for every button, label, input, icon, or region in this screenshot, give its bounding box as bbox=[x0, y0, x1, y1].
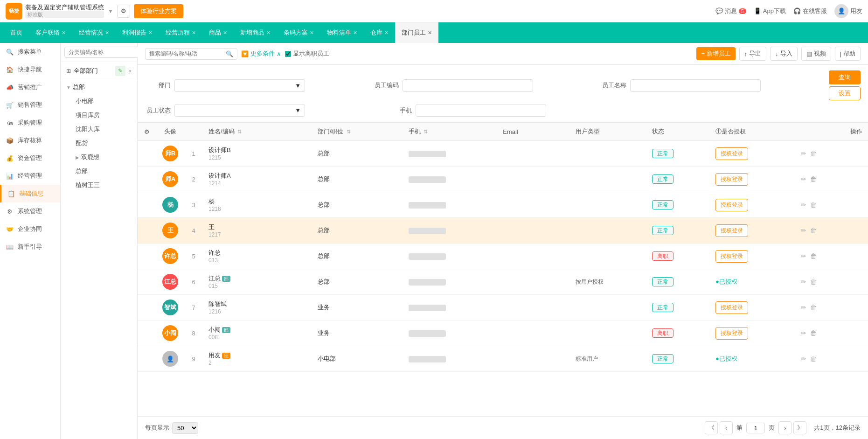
auth-login-btn[interactable]: 授权登录 bbox=[715, 173, 748, 186]
nav-close-icon[interactable]: ✕ bbox=[310, 30, 314, 36]
more-filter-btn[interactable]: 🔽 更多条件 ∧ bbox=[241, 49, 281, 58]
auth-login-btn[interactable]: 授权登录 bbox=[715, 301, 748, 314]
col-phone-header[interactable]: 手机 ⇅ bbox=[403, 123, 498, 141]
col-settings[interactable]: ⚙ bbox=[138, 123, 156, 141]
emp-code-input[interactable] bbox=[403, 79, 533, 92]
nav-warehouse[interactable]: 仓库 ✕ bbox=[364, 22, 395, 43]
nav-customer[interactable]: 客户联络 ✕ bbox=[29, 22, 72, 43]
search-setting-btn[interactable]: 设置 bbox=[829, 86, 861, 100]
auth-login-btn[interactable]: 授权登录 bbox=[715, 224, 748, 237]
delete-icon[interactable]: 🗑 bbox=[810, 201, 817, 209]
auth-login-btn[interactable]: 授权登录 bbox=[715, 250, 748, 263]
nav-close-icon[interactable]: ✕ bbox=[62, 30, 66, 36]
import-btn[interactable]: ↓ 导入 bbox=[770, 47, 798, 61]
edit-icon[interactable]: ✏ bbox=[801, 175, 806, 183]
prev-page-btn[interactable]: ‹ bbox=[720, 421, 733, 434]
tree-search-input[interactable] bbox=[64, 47, 143, 58]
nav-operations[interactable]: 经营情况 ✕ bbox=[72, 22, 116, 43]
first-page-btn[interactable]: 《 bbox=[705, 421, 718, 434]
last-page-btn[interactable]: 》 bbox=[793, 421, 806, 434]
search-submit-btn[interactable]: 查询 bbox=[829, 70, 861, 84]
col-dept-header[interactable]: 部门/职位 ⇅ bbox=[312, 123, 403, 141]
dept-select[interactable]: ▼ bbox=[174, 79, 305, 92]
delete-icon[interactable]: 🗑 bbox=[810, 227, 817, 234]
auth-login-btn[interactable]: 授权登录 bbox=[715, 327, 748, 340]
tree-node-zhishu[interactable]: 植树王三 bbox=[61, 178, 137, 192]
sidebar-item-guide[interactable]: 📖 新手引导 bbox=[0, 238, 60, 256]
sidebar-item-system[interactable]: ⚙ 系统管理 bbox=[0, 202, 60, 220]
nav-barcode[interactable]: 条码方案 ✕ bbox=[277, 22, 320, 43]
edit-icon[interactable]: ✏ bbox=[801, 278, 806, 286]
nav-bom[interactable]: 物料清单 ✕ bbox=[320, 22, 364, 43]
edit-icon[interactable]: ✏ bbox=[801, 304, 806, 311]
view-btn[interactable]: ▤ 视频 bbox=[801, 47, 831, 61]
sidebar-item-biz[interactable]: 📊 经营管理 bbox=[0, 167, 60, 185]
sidebar-item-inventory[interactable]: 📦 库存核算 bbox=[0, 132, 60, 149]
delete-icon[interactable]: 🗑 bbox=[810, 304, 817, 311]
tree-edit-icon[interactable]: ✎ bbox=[115, 66, 125, 76]
edit-icon[interactable]: ✏ bbox=[801, 227, 806, 234]
col-name-header[interactable]: 姓名/编码 ⇅ bbox=[203, 123, 312, 141]
message-action[interactable]: 💬 消息 5 bbox=[715, 7, 746, 15]
next-page-btn[interactable]: › bbox=[778, 421, 792, 434]
edit-icon[interactable]: ✏ bbox=[801, 329, 806, 337]
tree-node-shuanglu[interactable]: ▶ 双鹿想 bbox=[61, 150, 137, 164]
auth-login-btn[interactable]: 授权登录 bbox=[715, 199, 748, 211]
delete-icon[interactable]: 🗑 bbox=[810, 252, 817, 260]
page-size-select[interactable]: 50 100 200 bbox=[172, 422, 198, 434]
delete-icon[interactable]: 🗑 bbox=[810, 329, 817, 337]
nav-close-icon[interactable]: ✕ bbox=[353, 30, 357, 36]
sidebar-item-basic[interactable]: 📋 基础信息 bbox=[0, 185, 60, 202]
phone-input[interactable] bbox=[416, 104, 546, 117]
tree-collapse-icon[interactable]: « bbox=[128, 68, 132, 74]
sidebar-item-nav[interactable]: 🏠 快捷导航 bbox=[0, 61, 60, 78]
nav-profit[interactable]: 利润报告 ✕ bbox=[116, 22, 159, 43]
nav-close-icon[interactable]: ✕ bbox=[266, 30, 271, 36]
nav-employee[interactable]: 部门员工 ✕ bbox=[395, 22, 438, 43]
sidebar-item-sales[interactable]: 🛒 销售管理 bbox=[0, 96, 60, 114]
nav-add-goods[interactable]: 新增商品 ✕ bbox=[234, 22, 277, 43]
edit-icon[interactable]: ✏ bbox=[801, 201, 806, 209]
search-btn-icon[interactable]: 🔍 bbox=[226, 50, 233, 57]
delete-icon[interactable]: 🗑 bbox=[810, 175, 817, 183]
nav-close-icon[interactable]: ✕ bbox=[192, 30, 196, 36]
nav-close-icon[interactable]: ✕ bbox=[384, 30, 389, 36]
delete-icon[interactable]: 🗑 bbox=[810, 355, 817, 362]
help-btn[interactable]: | 帮助 bbox=[835, 47, 861, 61]
search-input[interactable] bbox=[149, 50, 224, 57]
nav-history[interactable]: 经营历程 ✕ bbox=[159, 22, 202, 43]
sidebar-item-search[interactable]: 🔍 搜索菜单 bbox=[0, 43, 60, 61]
trial-button[interactable]: 体验行业方案 bbox=[134, 4, 183, 18]
edit-icon[interactable]: ✏ bbox=[801, 355, 806, 362]
nav-close-icon[interactable]: ✕ bbox=[148, 30, 153, 36]
tree-node-xiaodianu[interactable]: 小电部 bbox=[61, 94, 137, 108]
status-select[interactable]: ▼ bbox=[174, 104, 305, 117]
delete-icon[interactable]: 🗑 bbox=[810, 278, 817, 286]
nav-close-icon[interactable]: ✕ bbox=[428, 30, 432, 36]
edit-icon[interactable]: ✏ bbox=[801, 150, 806, 157]
delete-icon[interactable]: 🗑 bbox=[810, 150, 817, 157]
tree-node-shenyang[interactable]: 沈阳大库 bbox=[61, 122, 137, 136]
nav-close-icon[interactable]: ✕ bbox=[105, 30, 109, 36]
user-action[interactable]: 👤 用友 bbox=[834, 4, 862, 18]
page-input[interactable] bbox=[746, 423, 765, 433]
settings-icon[interactable]: ⚙ bbox=[117, 5, 130, 18]
app-download-action[interactable]: 📱 App下载 bbox=[754, 7, 786, 15]
tree-node-zongbu-child[interactable]: 总部 bbox=[61, 164, 137, 178]
sidebar-item-marketing[interactable]: 📣 营销推广 bbox=[0, 78, 60, 96]
nav-goods[interactable]: 商品 ✕ bbox=[202, 22, 234, 43]
tree-node-zongbu-parent[interactable]: ▼ 总部 bbox=[61, 80, 137, 94]
show-resigned-checkbox[interactable] bbox=[285, 51, 291, 57]
online-service-action[interactable]: 🎧 在线客服 bbox=[793, 7, 827, 15]
add-employee-btn[interactable]: + 新增员工 bbox=[696, 47, 735, 60]
emp-name-input[interactable] bbox=[630, 79, 761, 92]
nav-home[interactable]: 首页 bbox=[4, 22, 29, 43]
export-btn[interactable]: ↑ 导出 bbox=[739, 47, 767, 61]
sidebar-item-finance[interactable]: 💰 资金管理 bbox=[0, 149, 60, 167]
system-dropdown-arrow[interactable]: ▼ bbox=[108, 8, 113, 14]
sidebar-item-collab[interactable]: 🤝 企业协同 bbox=[0, 220, 60, 238]
sidebar-item-purchase[interactable]: 🛍 采购管理 bbox=[0, 114, 60, 132]
tree-node-peihuo[interactable]: 配货 bbox=[61, 136, 137, 150]
nav-close-icon[interactable]: ✕ bbox=[223, 30, 227, 36]
edit-icon[interactable]: ✏ bbox=[801, 252, 806, 260]
